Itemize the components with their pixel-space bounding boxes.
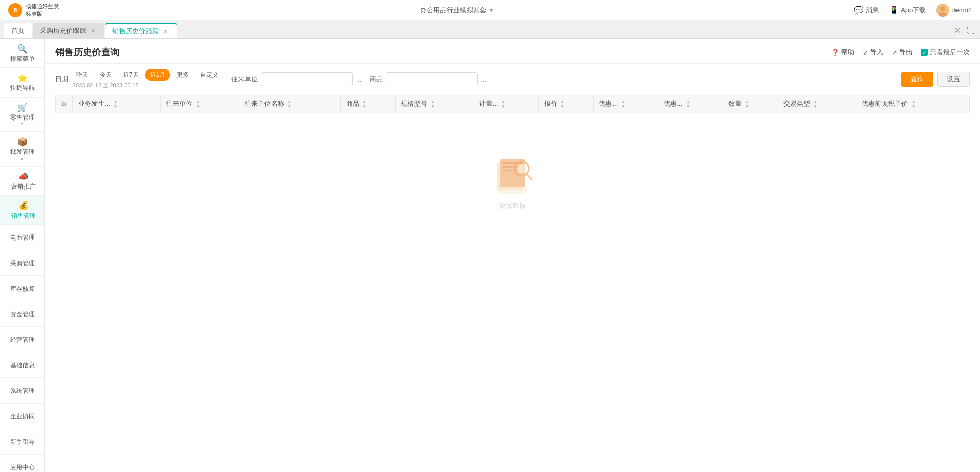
- sidebar-item-appstore[interactable]: 应用中心: [0, 455, 44, 472]
- sidebar-item-system[interactable]: 系统管理: [0, 378, 44, 404]
- date-btn-yesterday[interactable]: 昨天: [71, 69, 93, 81]
- tab-expand-btn[interactable]: ⛶: [966, 25, 976, 36]
- app-title: 办公用品行业模拟账套: [420, 6, 486, 15]
- sort-arrows-unit: ▲▼: [501, 100, 505, 109]
- date-btn-last7[interactable]: 近7天: [118, 69, 143, 81]
- wholesale-arrow: ▲: [20, 156, 24, 161]
- logo-area: 6 畅捷通好生意 标准版: [8, 3, 59, 17]
- sidebar-item-shortcut[interactable]: ⭐ 快捷导航: [0, 68, 44, 97]
- date-btn-last1m[interactable]: 近1月: [145, 69, 170, 81]
- star-icon: ⭐: [17, 73, 28, 83]
- table-col-spec[interactable]: 规格型号 ▲▼: [396, 95, 474, 113]
- tab-sales[interactable]: 销售历史价跟踪 ✕: [105, 23, 177, 38]
- sidebar-item-basic[interactable]: 基础信息: [0, 352, 44, 378]
- empty-text: 暂元数据: [499, 201, 526, 210]
- sort-arrows-pretax-price: ▲▼: [912, 100, 916, 109]
- table-header-row: ⚙ 业务发生... ▲▼ 往来单位 ▲▼ 往来单位名称 ▲▼: [56, 95, 970, 113]
- sidebar-item-marketing[interactable]: 📣 营销推广: [0, 167, 44, 196]
- dropdown-icon[interactable]: ▾: [489, 6, 493, 14]
- table-col-unit[interactable]: 计量... ▲▼: [474, 95, 538, 113]
- date-range-display: 2023-02-18 至 2023-03-18: [71, 82, 223, 89]
- app-icon: 📱: [889, 6, 899, 15]
- help-btn[interactable]: ❓ 帮助: [831, 48, 854, 57]
- date-btn-today[interactable]: 今天: [95, 69, 116, 81]
- sidebar-item-finance[interactable]: 资金管理: [0, 301, 44, 327]
- sidebar-item-inventory[interactable]: 库存核算: [0, 276, 44, 301]
- sort-arrows-partner-name: ▲▼: [287, 100, 291, 109]
- svg-line-11: [527, 174, 532, 180]
- tab-home[interactable]: 首页: [4, 23, 32, 38]
- table-container: ⚙ 业务发生... ▲▼ 往来单位 ▲▼ 往来单位名称 ▲▼: [45, 95, 980, 472]
- tab-purchase[interactable]: 采购历史价跟踪 ✕: [33, 23, 104, 38]
- tab-close-all-btn[interactable]: ✕: [953, 25, 962, 36]
- content-area: 销售历史价查询 ❓ 帮助 ↙ 导入 ↗ 导出 ✓ 只看最后一次: [45, 39, 980, 472]
- product-input[interactable]: [386, 72, 478, 86]
- empty-icon: [487, 154, 538, 195]
- table-col-discount1[interactable]: 优惠... ▲▼: [594, 95, 658, 113]
- sort-arrows-product: ▲▼: [362, 100, 366, 109]
- import-btn[interactable]: ↙ 导入: [863, 48, 884, 57]
- svg-point-1: [940, 6, 945, 11]
- table-col-partner-code[interactable]: 往来单位 ▲▼: [161, 95, 239, 113]
- sidebar-item-purchase-mgmt[interactable]: 采购管理: [0, 250, 44, 276]
- last-once-checkbox[interactable]: ✓: [921, 49, 928, 56]
- table-col-quote[interactable]: 报价 ▲▼: [538, 95, 594, 113]
- sidebar-item-wholesale[interactable]: 📦 批发管理 ▲: [0, 132, 44, 166]
- table-col-pretax-price[interactable]: 优惠前无税单价 ▲▼: [856, 95, 970, 113]
- export-icon: ↗: [892, 49, 897, 56]
- search-icon: 🔍: [17, 44, 28, 54]
- export-btn[interactable]: ↗ 导出: [892, 48, 913, 57]
- header-app-btn[interactable]: 📱 App下载: [889, 6, 926, 15]
- product-ellipsis[interactable]: ...: [481, 76, 486, 83]
- sort-arrows-spec: ▲▼: [431, 100, 435, 109]
- sort-arrows-discount1: ▲▼: [621, 100, 625, 109]
- table-col-partner-name[interactable]: 往来单位名称 ▲▼: [239, 95, 340, 113]
- date-filter-area: 昨天 今天 近7天 近1月 更多 自定义 2023-02-18 至 2023-0…: [71, 69, 223, 89]
- table-col-discount2[interactable]: 优惠... ▲▼: [658, 95, 723, 113]
- user-menu[interactable]: demo2: [936, 4, 972, 17]
- avatar: [936, 4, 949, 17]
- sidebar-item-guide[interactable]: 新手引导: [0, 429, 44, 455]
- empty-state: 暂元数据: [55, 113, 970, 251]
- sort-arrows-trade-type: ▲▼: [813, 100, 817, 109]
- date-btn-more[interactable]: 更多: [172, 69, 193, 81]
- query-button[interactable]: 查询: [901, 72, 933, 87]
- sort-arrows-partner-code: ▲▼: [196, 100, 200, 109]
- table-col-settings: ⚙: [56, 95, 73, 113]
- page-title-actions: ❓ 帮助 ↙ 导入 ↗ 导出 ✓ 只看最后一次: [831, 48, 970, 57]
- marketing-icon: 📣: [18, 172, 29, 181]
- msg-icon: 💬: [854, 6, 864, 15]
- sidebar-item-operation[interactable]: 经营管理: [0, 327, 44, 352]
- sidebar-item-retail[interactable]: 🛒 零售管理 ▼: [0, 98, 44, 132]
- last-once-checkbox-group[interactable]: ✓ 只看最后一次: [921, 48, 970, 57]
- product-label: 商品: [370, 75, 383, 84]
- partner-filter-group: 往来单位 ...: [231, 72, 361, 86]
- sidebar-item-enterprise[interactable]: 企业协同: [0, 404, 44, 429]
- settings-button[interactable]: 设置: [937, 72, 970, 87]
- header-msg-btn[interactable]: 💬 消息: [854, 6, 879, 15]
- partner-ellipsis[interactable]: ...: [356, 76, 361, 83]
- sidebar-item-sales-mgmt[interactable]: 💰 销售管理: [0, 196, 44, 225]
- partner-input[interactable]: [261, 72, 353, 86]
- sales-icon: 💰: [18, 201, 29, 210]
- retail-arrow: ▼: [20, 121, 24, 126]
- logo-icon: 6: [8, 3, 22, 17]
- tab-actions: ✕ ⛶: [953, 25, 976, 38]
- table-col-qty[interactable]: 数量 ▲▼: [723, 95, 778, 113]
- retail-icon: 🛒: [17, 103, 28, 112]
- date-btn-custom[interactable]: 自定义: [195, 69, 223, 81]
- sidebar-item-search[interactable]: 🔍 搜索菜单: [0, 39, 44, 68]
- table-col-biz-date[interactable]: 业务发生... ▲▼: [73, 95, 161, 113]
- table-col-product[interactable]: 商品 ▲▼: [340, 95, 396, 113]
- filter-bar: 日期 昨天 今天 近7天 近1月 更多 自定义 2023-02-18 至 202…: [45, 64, 980, 95]
- table-settings-icon[interactable]: ⚙: [61, 100, 67, 108]
- tab-sales-close[interactable]: ✕: [162, 28, 169, 35]
- sort-arrows-quote: ▲▼: [560, 100, 565, 109]
- tab-purchase-close[interactable]: ✕: [89, 27, 97, 35]
- tab-bar: 首页 采购历史价跟踪 ✕ 销售历史价跟踪 ✕ ✕ ⛶: [0, 20, 980, 39]
- username: demo2: [951, 6, 972, 14]
- table-col-trade-type[interactable]: 交易类型 ▲▼: [778, 95, 856, 113]
- sidebar-nav: 🔍 搜索菜单 ⭐ 快捷导航 🛒 零售管理 ▼ 📦 批发管理 ▲ 📣: [0, 39, 44, 472]
- import-icon: ↙: [863, 49, 868, 56]
- sidebar-item-ecommerce[interactable]: 电商管理: [0, 225, 44, 250]
